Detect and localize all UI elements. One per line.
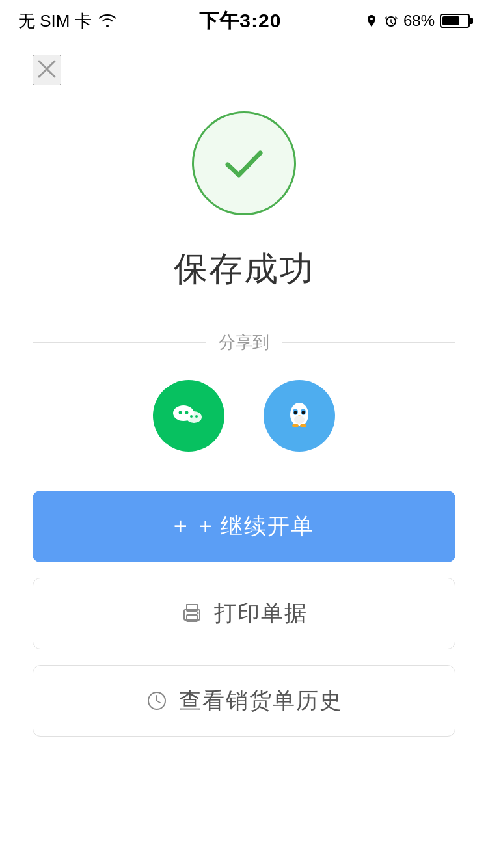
status-right: 68%	[364, 12, 470, 30]
svg-point-15	[294, 416, 305, 424]
location-icon	[364, 14, 379, 28]
print-button[interactable]: 打印单据	[33, 578, 455, 649]
success-circle	[192, 111, 296, 215]
share-label: 分享到	[219, 331, 269, 354]
qq-share-button[interactable]	[264, 380, 335, 452]
svg-point-7	[190, 415, 193, 418]
checkmark-icon	[218, 137, 270, 189]
status-bar: 无 SIM 卡 下午3:20 68%	[0, 0, 488, 42]
wifi-icon	[98, 14, 116, 27]
continue-order-button[interactable]: + + 继续开单	[33, 491, 455, 562]
share-divider: 分享到	[33, 331, 455, 354]
alarm-icon	[384, 14, 398, 28]
svg-point-8	[195, 415, 198, 418]
svg-point-17	[300, 424, 306, 427]
print-label: 打印单据	[214, 599, 308, 629]
svg-point-6	[185, 411, 189, 414]
history-button[interactable]: 查看销货单历史	[33, 665, 455, 737]
svg-point-5	[179, 411, 182, 414]
success-title: 保存成功	[174, 247, 314, 292]
share-icons	[33, 380, 455, 452]
carrier-text: 无 SIM 卡	[18, 10, 92, 33]
status-time: 下午3:20	[199, 8, 281, 34]
close-button[interactable]	[33, 55, 61, 85]
history-icon	[145, 689, 169, 712]
share-section: 分享到	[33, 331, 455, 452]
action-buttons: + + 继续开单 打印单据 查看销货单历史	[33, 491, 455, 737]
status-carrier: 无 SIM 卡	[18, 10, 116, 33]
svg-point-16	[292, 424, 299, 427]
battery-icon	[440, 14, 470, 28]
wechat-icon	[168, 395, 210, 437]
plus-icon: +	[174, 513, 189, 540]
print-icon	[180, 602, 204, 625]
battery-percentage: 68%	[403, 12, 435, 30]
svg-point-13	[302, 411, 305, 414]
svg-point-4	[186, 411, 202, 423]
wechat-share-button[interactable]	[153, 380, 224, 452]
continue-order-label: + 继续开单	[199, 511, 314, 541]
qq-icon	[278, 395, 320, 437]
main-content: 保存成功 分享到	[0, 42, 488, 763]
svg-point-21	[197, 612, 199, 614]
history-label: 查看销货单历史	[179, 686, 343, 716]
svg-point-12	[294, 411, 297, 414]
